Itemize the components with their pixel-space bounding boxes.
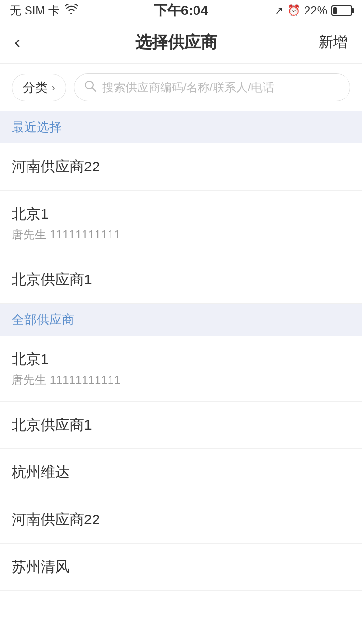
location-icon: ↗ xyxy=(275,4,283,17)
carrier-label: 无 SIM 卡 xyxy=(10,3,60,18)
battery-percent: 22% xyxy=(304,4,327,17)
list-item[interactable]: 河南供应商22 xyxy=(0,496,362,544)
list-item[interactable]: 河南供应商22 xyxy=(0,143,362,191)
section-header-recent: 最近选择 xyxy=(0,111,362,143)
battery-icon xyxy=(331,5,352,16)
supplier-name: 北京1 xyxy=(12,350,350,369)
status-right: ↗ ⏰ 22% xyxy=(275,4,352,17)
svg-line-1 xyxy=(92,88,96,91)
page-title: 选择供应商 xyxy=(135,31,217,54)
supplier-name: 杭州维达 xyxy=(12,462,350,482)
sections-container: 最近选择河南供应商22北京1唐先生 11111111111北京供应商1全部供应商… xyxy=(0,111,362,591)
supplier-name: 河南供应商22 xyxy=(12,510,350,530)
supplier-sub: 唐先生 11111111111 xyxy=(12,372,350,388)
supplier-name: 北京供应商1 xyxy=(12,415,350,435)
list-item[interactable]: 北京1唐先生 11111111111 xyxy=(0,336,362,402)
status-bar: 无 SIM 卡 下午6:04 ↗ ⏰ 22% xyxy=(0,0,362,21)
search-input[interactable]: 搜索供应商编码/名称/联系人/电话 xyxy=(74,73,350,101)
list-item[interactable]: 北京1唐先生 11111111111 xyxy=(0,191,362,256)
status-time: 下午6:04 xyxy=(154,1,208,20)
list-item[interactable]: 杭州维达 xyxy=(0,449,362,496)
supplier-name: 苏州清风 xyxy=(12,557,350,577)
supplier-name: 北京供应商1 xyxy=(12,270,350,290)
filter-bar: 分类 › 搜索供应商编码/名称/联系人/电话 xyxy=(0,64,362,111)
new-button[interactable]: 新增 xyxy=(309,32,348,52)
search-placeholder-text: 搜索供应商编码/名称/联系人/电话 xyxy=(102,80,274,95)
section-header-all: 全部供应商 xyxy=(0,304,362,336)
back-button[interactable]: ‹ xyxy=(14,32,43,53)
supplier-name: 河南供应商22 xyxy=(12,157,350,177)
supplier-sub: 唐先生 11111111111 xyxy=(12,227,350,242)
search-icon xyxy=(84,80,97,95)
list-item[interactable]: 北京供应商1 xyxy=(0,256,362,304)
category-button[interactable]: 分类 › xyxy=(12,74,66,101)
list-item[interactable]: 苏州清风 xyxy=(0,544,362,591)
status-left: 无 SIM 卡 xyxy=(10,3,78,18)
alarm-icon: ⏰ xyxy=(287,4,300,17)
chevron-right-icon: › xyxy=(52,82,55,93)
supplier-name: 北京1 xyxy=(12,204,350,224)
list-item[interactable]: 北京供应商1 xyxy=(0,402,362,449)
category-label: 分类 xyxy=(23,79,48,96)
nav-bar: ‹ 选择供应商 新增 xyxy=(0,21,362,64)
wifi-icon xyxy=(65,4,78,17)
